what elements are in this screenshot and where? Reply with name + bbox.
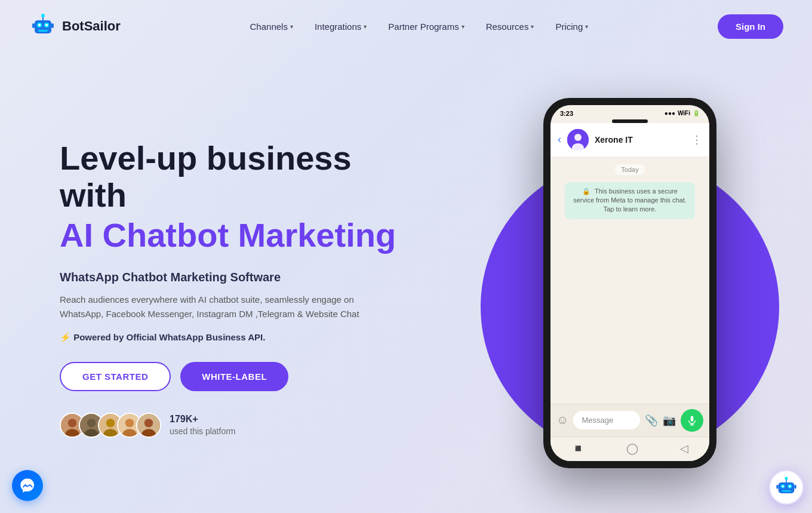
hero-description: Reach audiences everywhere with AI chatb… <box>60 293 382 321</box>
svg-rect-39 <box>776 485 778 489</box>
logo-link[interactable]: BotSailor <box>29 12 121 41</box>
phone-screen: 3:23 ●●● WiFi 🔋 ‹ <box>550 105 709 461</box>
white-label-button[interactable]: WHITE-LABEL <box>180 362 288 391</box>
chevron-down-icon: ▾ <box>462 23 465 30</box>
back-arrow-icon: ‹ <box>558 133 561 146</box>
phone-mockup-container: 3:23 ●●● WiFi 🔋 ‹ <box>496 95 764 483</box>
lock-icon: 🔒 <box>582 188 590 195</box>
home-nav-icon: ◾ <box>571 442 585 455</box>
emoji-icon[interactable]: ☺ <box>556 413 568 427</box>
message-input[interactable]: Message <box>573 411 640 429</box>
logo-icon <box>29 12 57 41</box>
svg-rect-8 <box>32 23 35 28</box>
get-started-button[interactable]: GET STARTED <box>60 362 171 391</box>
hero-content: Level-up business with AI Chatbot Market… <box>60 140 418 438</box>
social-proof: 179K+ used this platform <box>60 413 418 438</box>
more-options-icon: ⋮ <box>691 133 702 146</box>
contact-info: Xerone IT <box>595 135 685 145</box>
phone-time: 3:23 <box>560 110 573 117</box>
svg-rect-9 <box>51 23 54 28</box>
circle-nav-icon: ◯ <box>626 442 638 455</box>
botsailor-widget-icon <box>774 475 798 499</box>
hero-powered-text: ⚡ Powered by Official WhatsApp Business … <box>60 332 418 343</box>
svg-point-11 <box>68 419 76 427</box>
svg-point-17 <box>106 419 115 427</box>
phone-mockup: 3:23 ●●● WiFi 🔋 ‹ <box>543 98 716 468</box>
system-message: 🔒 This business uses a secure service fr… <box>565 182 695 219</box>
nav-item-partner-programs[interactable]: Partner Programs ▾ <box>380 17 472 36</box>
chevron-down-icon: ▾ <box>364 23 367 30</box>
svg-point-26 <box>574 134 582 141</box>
svg-point-4 <box>45 24 48 26</box>
nav-item-pricing[interactable]: Pricing ▾ <box>547 17 596 36</box>
whatsapp-chat: Today 🔒 This business uses a secure serv… <box>550 157 709 404</box>
svg-rect-28 <box>691 416 694 421</box>
svg-point-35 <box>789 486 791 487</box>
nav-item-integrations[interactable]: Integrations ▾ <box>306 17 375 36</box>
nav-links: Channels ▾ Integrations ▾ Partner Progra… <box>242 17 597 36</box>
hero-title-line1: Level-up business with <box>60 140 418 213</box>
svg-point-20 <box>125 419 134 427</box>
phone-status-bar: 3:23 ●●● WiFi 🔋 <box>550 105 709 119</box>
svg-rect-40 <box>794 485 796 489</box>
contact-name: Xerone IT <box>595 135 685 145</box>
phone-nav-bar: ◾ ◯ ◁ <box>550 437 709 461</box>
user-count: 179K+ <box>170 413 236 426</box>
messenger-float-button[interactable] <box>12 470 43 501</box>
social-proof-text: 179K+ used this platform <box>170 413 236 437</box>
messenger-icon <box>19 477 36 494</box>
chevron-down-icon: ▾ <box>531 23 534 30</box>
avatar <box>136 413 161 438</box>
contact-avatar <box>567 129 589 150</box>
whatsapp-header: ‹ Xerone IT ⋮ <box>550 123 709 157</box>
camera-icon[interactable]: 📷 <box>663 414 676 427</box>
chat-date-label: Today <box>615 164 644 175</box>
svg-point-34 <box>782 486 784 487</box>
svg-point-14 <box>87 419 96 427</box>
nav-item-resources[interactable]: Resources ▾ <box>478 17 543 36</box>
svg-point-7 <box>41 14 45 17</box>
svg-point-23 <box>144 419 153 427</box>
back-nav-icon: ◁ <box>680 442 688 455</box>
svg-point-38 <box>785 477 788 480</box>
hero-subtitle: WhatsApp Chatbot Marketing Software <box>60 271 418 284</box>
chevron-down-icon: ▾ <box>290 23 293 30</box>
mic-icon[interactable] <box>681 409 703 432</box>
hero-buttons: GET STARTED WHITE-LABEL <box>60 362 418 391</box>
attach-icon[interactable]: 📎 <box>645 414 658 427</box>
user-count-label: used this platform <box>170 426 236 437</box>
avatar-stack <box>60 413 161 438</box>
botsailor-chat-widget[interactable] <box>769 470 804 505</box>
nav-item-channels[interactable]: Channels ▾ <box>242 17 302 36</box>
hero-section: Level-up business with AI Chatbot Market… <box>0 53 812 513</box>
svg-rect-36 <box>782 490 791 492</box>
svg-rect-5 <box>38 30 48 32</box>
hero-title-line2: AI Chatbot Marketing <box>60 217 418 254</box>
chevron-down-icon: ▾ <box>585 23 588 30</box>
whatsapp-input-bar: ☺ Message 📎 📷 <box>550 404 709 437</box>
navbar: BotSailor Channels ▾ Integrations ▾ Part… <box>0 0 812 53</box>
svg-point-3 <box>38 24 41 26</box>
sign-in-button[interactable]: Sign In <box>718 14 783 39</box>
brand-name: BotSailor <box>62 19 121 34</box>
